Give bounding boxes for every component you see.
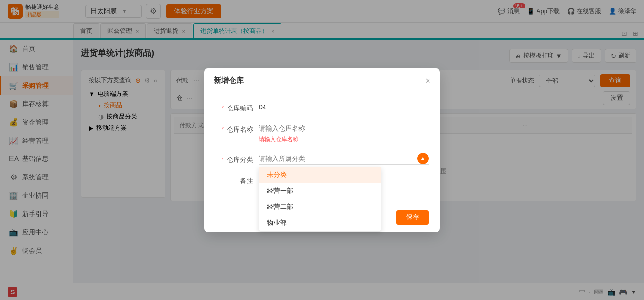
category-input[interactable] [259, 153, 429, 165]
code-input-wrapper [259, 101, 429, 113]
name-error-msg: 请输入仓库名称 [259, 135, 429, 143]
code-input[interactable] [259, 101, 341, 113]
name-label: * 仓库名称 [215, 123, 253, 134]
modal-overlay: 新增仓库 × * 仓库编码 * 仓库名称 [0, 0, 644, 300]
name-label-text: 仓库名称 [227, 125, 253, 133]
form-row-category: * 仓库分类 ▲ 未分类 经营一部 经营二部 物业部 [215, 153, 429, 165]
code-label: * 仓库编码 [215, 101, 253, 113]
required-star-name: * [222, 125, 224, 133]
modal-add-warehouse: 新增仓库 × * 仓库编码 * 仓库名称 [204, 68, 440, 232]
category-dropdown-btn[interactable]: ▲ [417, 153, 429, 164]
name-input-wrapper: 请输入仓库名称 [259, 123, 429, 143]
remark-label: 备注 [215, 174, 253, 185]
category-dropdown-list: 未分类 经营一部 经营二部 物业部 [259, 167, 381, 232]
required-star-code: * [222, 104, 224, 112]
dropdown-item-0[interactable]: 未分类 [259, 167, 381, 183]
dropdown-item-1[interactable]: 经营一部 [259, 183, 381, 199]
dropdown-item-2[interactable]: 经营二部 [259, 199, 381, 215]
category-label: * 仓库分类 [215, 153, 253, 164]
form-row-name: * 仓库名称 请输入仓库名称 [215, 123, 429, 143]
name-input[interactable] [259, 123, 341, 134]
modal-close-button[interactable]: × [425, 76, 430, 86]
modal-header: 新增仓库 × [204, 68, 440, 92]
dropdown-item-3[interactable]: 物业部 [259, 215, 381, 231]
category-select-wrapper: ▲ 未分类 经营一部 经营二部 物业部 [259, 153, 429, 165]
form-row-code: * 仓库编码 [215, 101, 429, 113]
required-star-category: * [222, 156, 224, 163]
modal-body: * 仓库编码 * 仓库名称 请输入仓库名称 [204, 92, 440, 205]
code-label-text: 仓库编码 [227, 104, 253, 112]
save-button[interactable]: 保存 [396, 210, 429, 225]
modal-title: 新增仓库 [214, 76, 244, 86]
category-label-text: 仓库分类 [227, 156, 253, 163]
